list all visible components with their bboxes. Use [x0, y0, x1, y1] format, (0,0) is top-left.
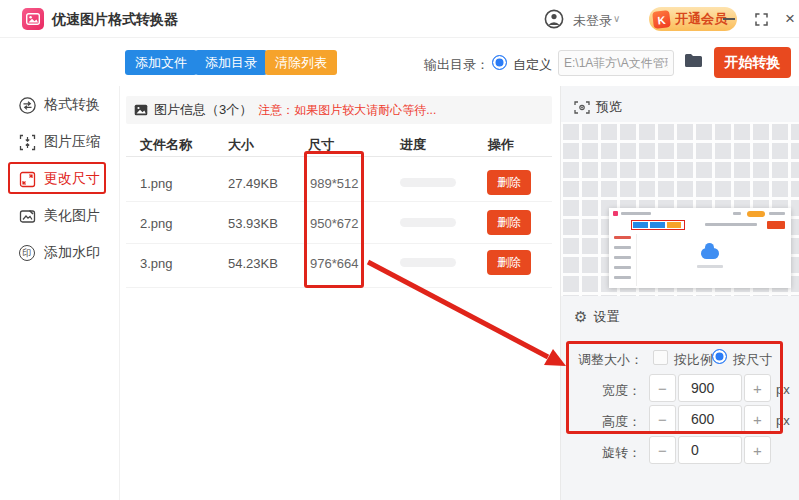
add-file-button[interactable]: 添加文件 [125, 50, 197, 75]
chevron-down-icon[interactable]: ∨ [613, 13, 620, 24]
width-decrement-button[interactable]: − [649, 374, 676, 402]
close-button[interactable]: × [779, 8, 799, 30]
cell-filename: 1.png [140, 176, 173, 191]
rotate-label: 旋转： [602, 444, 641, 462]
sidebar-item-compress[interactable]: 图片压缩 [18, 131, 100, 153]
rotate-increment-button[interactable]: + [744, 436, 771, 464]
thumb-divider [636, 234, 637, 286]
watermark-icon: 印 [18, 244, 36, 262]
thumb-button-orange [667, 222, 681, 228]
resize-icon [18, 170, 36, 188]
sidebar-item-watermark[interactable]: 印 添加水印 [18, 242, 100, 264]
custom-dir-label: 自定义 [513, 56, 552, 74]
output-dir-label: 输出目录： [424, 56, 489, 74]
image-glyph [26, 13, 40, 25]
progress-bar [400, 218, 456, 227]
preview-header: 预览 [574, 98, 622, 116]
browse-folder-icon[interactable] [684, 53, 703, 72]
app-logo-icon [22, 8, 44, 30]
row-divider [126, 287, 552, 288]
file-info-bar: 图片信息（3个） 注意：如果图片较大请耐心等待... [126, 96, 552, 124]
rotate-input[interactable] [678, 436, 742, 464]
preview-canvas [561, 122, 799, 296]
thumb-start-button [767, 221, 785, 229]
header-divider [126, 156, 552, 157]
by-ratio-label: 按比例 [674, 351, 713, 369]
row-divider [126, 243, 552, 244]
sidebar-item-format-convert[interactable]: 格式转换 [18, 94, 100, 116]
gear-icon: ⚙ [574, 308, 587, 326]
user-avatar-icon[interactable] [544, 9, 564, 33]
cell-dimensions: 950*672 [310, 216, 358, 231]
cell-size: 53.93KB [228, 216, 278, 231]
cell-filename: 2.png [140, 216, 173, 231]
sidebar-item-resize[interactable]: 更改尺寸 [18, 168, 100, 190]
thumb-vip-pill [747, 211, 765, 217]
file-info-notice: 注意：如果图片较大请耐心等待... [258, 102, 436, 119]
by-ratio-checkbox[interactable] [653, 350, 668, 365]
preview-title: 预览 [596, 98, 622, 116]
thumb-cloud-icon [701, 248, 719, 259]
file-info-title: 图片信息（3个） [154, 101, 252, 119]
delete-button[interactable]: 删除 [487, 250, 531, 275]
add-directory-button[interactable]: 添加目录 [195, 50, 267, 75]
clear-list-button[interactable]: 清除列表 [265, 50, 337, 75]
by-size-label: 按尺寸 [733, 351, 772, 369]
toolbar: 添加文件 添加目录 清除列表 输出目录： 自定义 开始转换 [0, 38, 799, 86]
height-increment-button[interactable]: + [744, 405, 771, 433]
minimize-button[interactable] [718, 8, 740, 30]
row-divider [126, 201, 552, 202]
progress-bar [400, 258, 456, 267]
width-input[interactable] [678, 374, 742, 402]
column-header-size: 大小 [228, 136, 254, 154]
login-status[interactable]: 未登录 [573, 12, 612, 30]
titlebar: 优速图片格式转换器 未登录 ∨ K 开通会员 × [0, 0, 799, 38]
column-header-dimensions: 尺寸 [308, 136, 334, 154]
maximize-icon [755, 13, 768, 26]
by-size-radio[interactable] [712, 349, 727, 364]
cell-dimensions: 976*664 [310, 256, 358, 271]
thumb-user-line [733, 212, 741, 215]
delete-button[interactable]: 删除 [487, 210, 531, 235]
sidebar: 格式转换 图片压缩 更改尺寸 美化图片 [0, 86, 120, 500]
thumb-caption-line [697, 265, 723, 268]
beautify-icon [18, 207, 36, 225]
output-path-input[interactable] [558, 50, 674, 76]
cell-filename: 3.png [140, 256, 173, 271]
width-label: 宽度： [602, 382, 641, 400]
preview-eye-icon [574, 101, 590, 114]
column-header-filename: 文件名称 [140, 136, 192, 154]
thumb-sidebar-line [614, 276, 631, 279]
width-increment-button[interactable]: + [744, 374, 771, 402]
thumb-sidebar-line [614, 266, 631, 269]
sidebar-item-label: 更改尺寸 [44, 170, 100, 188]
sidebar-item-beautify[interactable]: 美化图片 [18, 205, 100, 227]
delete-button[interactable]: 删除 [487, 170, 531, 195]
rotate-decrement-button[interactable]: − [649, 436, 676, 464]
resize-mode-label: 调整大小： [578, 351, 643, 369]
height-unit: px [776, 413, 790, 428]
vip-badge-icon: K [652, 10, 671, 29]
start-convert-button[interactable]: 开始转换 [714, 47, 791, 78]
thumb-sidebar-line [614, 246, 631, 249]
custom-dir-radio[interactable] [492, 55, 507, 70]
sidebar-item-label: 美化图片 [44, 207, 100, 225]
image-info-icon [134, 104, 148, 116]
thumb-sidebar-line [614, 236, 631, 239]
cell-size: 54.23KB [228, 256, 278, 271]
height-input[interactable] [678, 405, 742, 433]
minimize-icon [723, 18, 735, 20]
app-title: 优速图片格式转换器 [52, 11, 178, 29]
width-unit: px [776, 382, 790, 397]
settings-header: ⚙ 设置 [574, 308, 619, 326]
maximize-button[interactable] [750, 8, 772, 30]
progress-bar [400, 178, 456, 187]
thumb-button-blue1 [633, 222, 648, 228]
preview-thumbnail [609, 208, 791, 288]
thumb-sidebar-line [614, 256, 631, 259]
thumb-window-controls [769, 212, 785, 215]
height-decrement-button[interactable]: − [649, 405, 676, 433]
thumb-button-blue2 [650, 222, 665, 228]
sidebar-item-label: 格式转换 [44, 96, 100, 114]
column-header-action: 操作 [488, 136, 514, 154]
